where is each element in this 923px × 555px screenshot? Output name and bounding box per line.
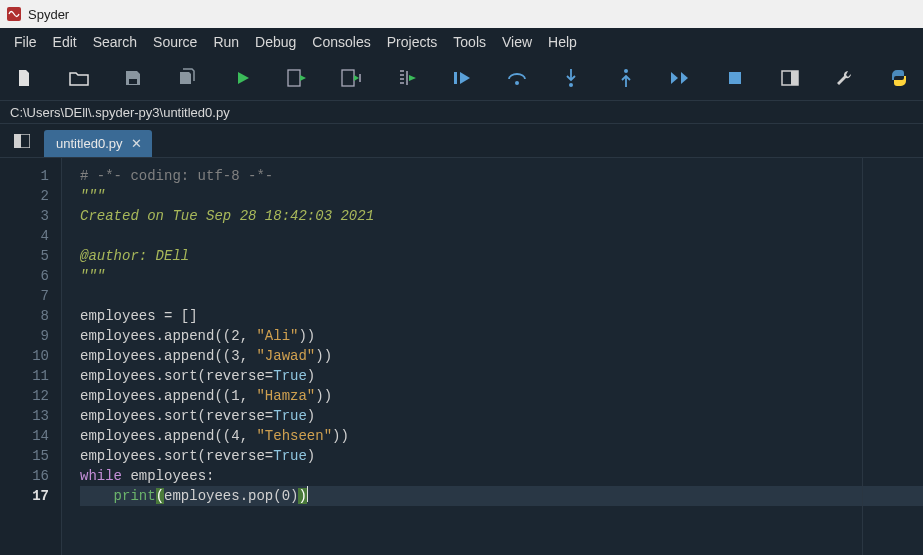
svg-rect-8 bbox=[729, 72, 741, 84]
tab-untitled0[interactable]: untitled0.py ✕ bbox=[44, 130, 152, 157]
window-title: Spyder bbox=[28, 7, 69, 22]
debug-next-icon[interactable] bbox=[670, 66, 691, 90]
save-all-icon[interactable] bbox=[178, 66, 199, 90]
svg-rect-12 bbox=[14, 134, 21, 148]
svg-rect-10 bbox=[791, 71, 798, 85]
path-bar: C:\Users\DEll\.spyder-py3\untitled0.py bbox=[0, 100, 923, 124]
panes-icon[interactable] bbox=[12, 131, 32, 151]
step-out-icon[interactable] bbox=[616, 66, 637, 90]
svg-rect-3 bbox=[342, 70, 354, 86]
editor-tabs: untitled0.py ✕ bbox=[0, 124, 923, 158]
run-selection-icon[interactable] bbox=[397, 66, 418, 90]
tab-label: untitled0.py bbox=[56, 136, 123, 151]
open-file-icon[interactable] bbox=[69, 66, 90, 90]
menu-edit[interactable]: Edit bbox=[47, 32, 83, 52]
code-area[interactable]: # -*- coding: utf-8 -*- """ Created on T… bbox=[62, 158, 923, 555]
layout-icon[interactable] bbox=[779, 66, 800, 90]
new-file-icon[interactable] bbox=[14, 66, 35, 90]
python-icon[interactable] bbox=[888, 66, 909, 90]
svg-rect-4 bbox=[454, 72, 457, 84]
close-icon[interactable]: ✕ bbox=[131, 136, 142, 151]
svg-point-5 bbox=[515, 81, 519, 85]
stop-icon[interactable] bbox=[725, 66, 746, 90]
titlebar: Spyder bbox=[0, 0, 923, 28]
step-into-icon[interactable] bbox=[561, 66, 582, 90]
save-icon[interactable] bbox=[123, 66, 144, 90]
run-icon[interactable] bbox=[232, 66, 253, 90]
text-cursor bbox=[307, 486, 308, 502]
svg-point-7 bbox=[624, 69, 628, 73]
wrench-icon[interactable] bbox=[834, 66, 855, 90]
menu-source[interactable]: Source bbox=[147, 32, 203, 52]
menu-debug[interactable]: Debug bbox=[249, 32, 302, 52]
svg-rect-2 bbox=[288, 70, 300, 86]
editor-divider bbox=[862, 158, 863, 555]
run-cell-advance-icon[interactable] bbox=[341, 66, 363, 90]
menu-run[interactable]: Run bbox=[207, 32, 245, 52]
menu-help[interactable]: Help bbox=[542, 32, 583, 52]
svg-point-6 bbox=[569, 83, 573, 87]
menu-search[interactable]: Search bbox=[87, 32, 143, 52]
line-gutter: 1234 5678 9101112 13141516 17 bbox=[0, 158, 62, 555]
toolbar bbox=[0, 56, 923, 100]
menu-consoles[interactable]: Consoles bbox=[306, 32, 376, 52]
file-path: C:\Users\DEll\.spyder-py3\untitled0.py bbox=[10, 105, 230, 120]
run-cell-icon[interactable] bbox=[287, 66, 308, 90]
menu-view[interactable]: View bbox=[496, 32, 538, 52]
menu-projects[interactable]: Projects bbox=[381, 32, 444, 52]
svg-rect-1 bbox=[129, 79, 137, 84]
menubar: File Edit Search Source Run Debug Consol… bbox=[0, 28, 923, 56]
debug-continue-icon[interactable] bbox=[452, 66, 473, 90]
step-over-icon[interactable] bbox=[507, 66, 528, 90]
menu-tools[interactable]: Tools bbox=[447, 32, 492, 52]
menu-file[interactable]: File bbox=[8, 32, 43, 52]
code-editor[interactable]: 1234 5678 9101112 13141516 17 # -*- codi… bbox=[0, 158, 923, 555]
spyder-logo-icon bbox=[6, 6, 22, 22]
